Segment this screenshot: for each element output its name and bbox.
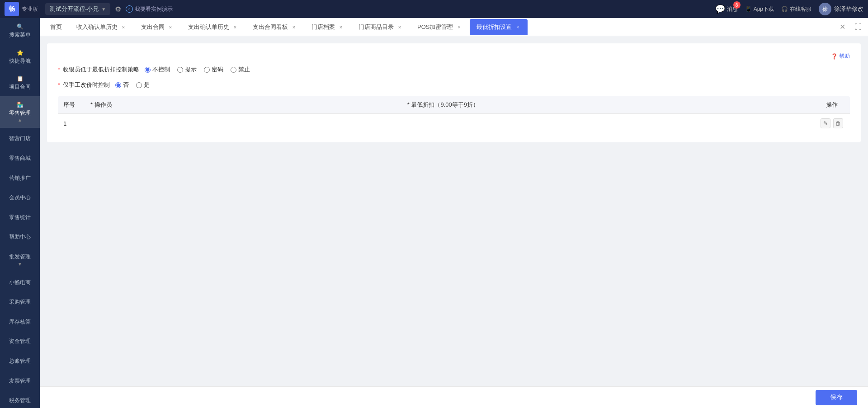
tab-home-label: 首页	[50, 23, 62, 31]
sidebar-item-tax[interactable]: 税务管理	[0, 390, 40, 408]
top-bar: 畅 专业版 测试分开流程-小兄 ▼ ⚙ ○ 我要看实例演示 💬 消息 8 📱 A…	[0, 0, 868, 18]
tab-store-files-close[interactable]: ×	[338, 24, 344, 30]
settings-icon[interactable]: ⚙	[115, 5, 121, 14]
chevron-up-icon: ▲	[18, 117, 22, 122]
sidebar-item-contract[interactable]: 📋 项目合同	[0, 70, 40, 96]
user-menu[interactable]: 徐 徐泽华修改	[819, 3, 863, 15]
sidebar-item-ledger[interactable]: 总账管理	[0, 351, 40, 370]
username: 徐泽华修改	[834, 5, 863, 13]
tab-store-products[interactable]: 门店商品目录 ×	[352, 19, 410, 35]
tab-store-files-label: 门店档案	[311, 23, 335, 31]
logo-icon: 畅	[5, 2, 19, 16]
sidebar-item-finance[interactable]: 资金管理	[0, 331, 40, 351]
radio-ban[interactable]	[231, 67, 236, 73]
sidebar-item-purchase[interactable]: 采购管理	[0, 291, 40, 311]
tab-payment-contract-close[interactable]: ×	[167, 24, 174, 30]
tab-income-confirm-label: 收入确认单历史	[76, 23, 118, 31]
tab-store-files[interactable]: 门店档案 ×	[305, 19, 351, 35]
tab-pos-password-label: POS加密管理	[417, 23, 453, 31]
sidebar-item-invoice[interactable]: 发票管理	[0, 370, 40, 390]
action-buttons: ✎ 🗑	[819, 118, 844, 128]
sidebar-item-retail-mall[interactable]: 零售商城	[0, 148, 40, 168]
option-no-control[interactable]: 不控制	[145, 66, 170, 74]
avatar: 徐	[819, 3, 831, 15]
radio-manual-no[interactable]	[115, 82, 121, 88]
sidebar-label-contract: 项目合同	[9, 84, 31, 91]
tab-payment-board[interactable]: 支出合同看板 ×	[246, 19, 304, 35]
tab-close-all[interactable]: ✕	[837, 22, 848, 32]
tab-income-confirm[interactable]: 收入确认单历史 ×	[70, 19, 133, 35]
right-icons: 💬 消息 8 📱 App下载 🎧 在线客服 徐 徐泽华修改	[715, 3, 863, 15]
option-ban-label: 禁止	[238, 66, 250, 74]
project-selector[interactable]: 测试分开流程-小兄 ▼	[45, 3, 110, 15]
sidebar-label-invoice: 发票管理	[9, 378, 31, 385]
option-manual-no[interactable]: 否	[115, 81, 129, 89]
main-layout: 🔍 搜索菜单 ⭐ 快捷导航 📋 项目合同 🏪 零售管理 ▲ 智营门店 零售商城 …	[0, 18, 868, 408]
sidebar-label-finance: 资金管理	[9, 338, 31, 345]
tab-store-products-close[interactable]: ×	[396, 24, 403, 30]
tab-pos-password-close[interactable]: ×	[456, 24, 462, 30]
demo-link[interactable]: ○ 我要看实例演示	[126, 5, 173, 13]
cell-operator	[85, 114, 402, 133]
cell-seq: 1	[58, 114, 85, 133]
col-header-action: 操作	[814, 96, 850, 114]
sidebar-label-marketing: 营销推广	[9, 175, 31, 182]
sidebar-item-smart-store[interactable]: 智营门店	[0, 128, 40, 148]
app-download-icon: 📱	[745, 6, 752, 12]
sidebar-item-help[interactable]: 帮助中心	[0, 226, 40, 246]
control-policy-options: 不控制 提示 密码 禁止	[145, 66, 250, 74]
tab-payment-confirm-close[interactable]: ×	[232, 24, 238, 30]
sidebar-label-inventory: 库存核算	[9, 319, 31, 326]
manual-control-row: * 仅手工改价时控制 否 是	[58, 81, 850, 89]
sidebar-label-shortcut: 快捷导航	[9, 58, 31, 65]
option-hint-label: 提示	[185, 66, 197, 74]
radio-manual-yes[interactable]	[136, 82, 142, 88]
required-star-2: *	[58, 81, 60, 88]
tab-pos-password[interactable]: POS加密管理 ×	[410, 19, 469, 35]
tab-payment-confirm[interactable]: 支出确认单历史 ×	[181, 19, 245, 35]
tab-income-confirm-close[interactable]: ×	[120, 24, 127, 30]
tab-home[interactable]: 首页	[43, 19, 69, 35]
content-area: 首页 收入确认单历史 × 支出合同 × 支出确认单历史 × 支出合同看板 × 门…	[40, 18, 868, 408]
option-ban[interactable]: 禁止	[231, 66, 250, 74]
option-password[interactable]: 密码	[204, 66, 223, 74]
sidebar-item-retail-stats[interactable]: 零售统计	[0, 207, 40, 227]
sidebar-item-ecommerce[interactable]: 小畅电商	[0, 272, 40, 292]
table-row: 1 ✎ 🗑	[58, 114, 850, 133]
tab-bar-actions: ✕ ⛶	[837, 22, 864, 32]
radio-password[interactable]	[204, 67, 210, 73]
edit-row-button[interactable]: ✎	[821, 118, 830, 128]
save-button[interactable]: 保存	[816, 390, 857, 405]
tab-payment-board-close[interactable]: ×	[291, 24, 297, 30]
sidebar-label-ledger: 总账管理	[9, 358, 31, 365]
help-link[interactable]: ❓ 帮助	[831, 52, 850, 60]
tab-expand[interactable]: ⛶	[852, 22, 864, 32]
sidebar-item-member[interactable]: 会员中心	[0, 187, 40, 207]
sidebar-item-search[interactable]: 🔍 搜索菜单	[0, 18, 40, 44]
option-manual-yes[interactable]: 是	[136, 81, 150, 89]
option-hint[interactable]: 提示	[177, 66, 197, 74]
radio-no-control[interactable]	[145, 67, 151, 73]
col-header-operator: * 操作员	[85, 96, 402, 114]
tab-payment-contract[interactable]: 支出合同 ×	[134, 19, 180, 35]
sidebar-item-marketing[interactable]: 营销推广	[0, 168, 40, 188]
app-download-button[interactable]: 📱 App下载	[745, 5, 774, 13]
sidebar-item-shortcut[interactable]: ⭐ 快捷导航	[0, 44, 40, 70]
contract-icon: 📋	[17, 75, 24, 82]
project-name: 测试分开流程-小兄	[50, 5, 99, 13]
delete-row-button[interactable]: 🗑	[833, 118, 843, 128]
sidebar-label-retail: 零售管理	[9, 110, 31, 117]
tab-min-discount-close[interactable]: ×	[514, 24, 521, 30]
sidebar-item-wholesale[interactable]: 批发管理 ▼	[0, 246, 40, 272]
sidebar-label-member: 会员中心	[9, 194, 31, 202]
sidebar-item-retail[interactable]: 🏪 零售管理 ▲	[0, 96, 40, 128]
tab-min-discount[interactable]: 最低折扣设置 ×	[470, 19, 528, 35]
radio-hint[interactable]	[177, 67, 183, 73]
tab-payment-contract-label: 支出合同	[141, 23, 165, 31]
sidebar-label-retail-mall: 零售商城	[9, 155, 31, 162]
messages-button[interactable]: 💬 消息 8	[715, 4, 738, 14]
sidebar-label-tax: 税务管理	[9, 397, 31, 404]
sidebar-item-inventory[interactable]: 库存核算	[0, 311, 40, 331]
option-manual-yes-label: 是	[144, 81, 150, 89]
online-service-button[interactable]: 🎧 在线客服	[781, 5, 811, 13]
